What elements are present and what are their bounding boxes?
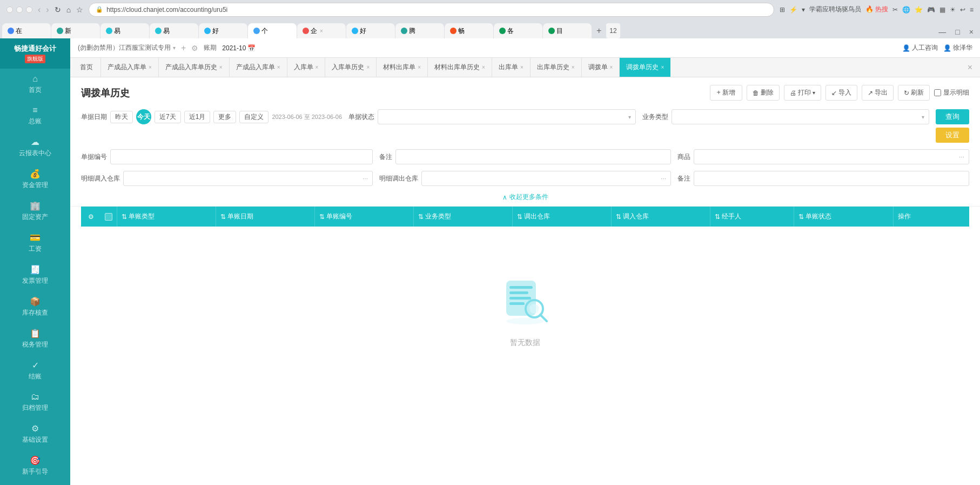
sidebar-item-inventory[interactable]: 📦 库存核查: [0, 291, 70, 323]
browser-tab-7[interactable]: 企 ×: [297, 23, 346, 38]
nav-forward[interactable]: ›: [46, 5, 49, 15]
remark-input[interactable]: [395, 149, 671, 164]
sidebar-item-ledger[interactable]: ≡ 总账: [0, 100, 70, 131]
maximize-btn[interactable]: □: [951, 25, 964, 38]
date-more-btn[interactable]: 更多: [213, 111, 236, 123]
sidebar-item-assets[interactable]: 🏢 固定资产: [0, 195, 70, 227]
browser-tab-1[interactable]: 在: [2, 23, 51, 38]
tab-close-product-in-hist[interactable]: ×: [219, 64, 223, 70]
new-btn[interactable]: + 新增: [710, 85, 742, 101]
tab-out-order[interactable]: 出库单 ×: [492, 58, 531, 77]
tab-in-order[interactable]: 入库单 ×: [287, 58, 326, 77]
date-1month-btn[interactable]: 近1月: [184, 111, 211, 123]
browser-tab-5[interactable]: 好: [199, 23, 247, 38]
bookmark-btn[interactable]: ☆: [76, 5, 83, 14]
col-date: ⇅ 单账日期: [220, 212, 310, 221]
tab-panel-close[interactable]: ×: [962, 63, 978, 72]
export-btn[interactable]: ↗ 导出: [862, 85, 894, 101]
tab-close-in-order[interactable]: ×: [316, 64, 319, 70]
import-btn[interactable]: ↙ 导入: [825, 85, 857, 101]
data-table: ⚙ ⇅ 单账类型: [81, 207, 969, 227]
svg-rect-4: [509, 297, 531, 300]
period-value[interactable]: 2021-10 📅: [222, 44, 256, 52]
sidebar-item-invoice[interactable]: 🧾 发票管理: [0, 259, 70, 291]
query-btn[interactable]: 查询: [936, 109, 969, 124]
minimize-btn[interactable]: —: [934, 25, 950, 38]
settings-icon[interactable]: ⚙: [191, 44, 198, 52]
tab-product-in2[interactable]: 产成品入库单 ×: [230, 58, 287, 77]
reports-icon: ☁: [31, 137, 39, 147]
sidebar-item-tax[interactable]: 📋 税务管理: [0, 323, 70, 355]
close-btn[interactable]: ×: [965, 25, 978, 38]
sidebar-item-settle[interactable]: ✓ 结账: [0, 355, 70, 387]
status-select[interactable]: ▾: [378, 109, 635, 124]
select-all-checkbox[interactable]: [105, 213, 112, 221]
sidebar-item-home[interactable]: ⌂ 首页: [0, 69, 70, 100]
collapse-btn[interactable]: ∧ 收起更多条件: [502, 192, 548, 202]
date-today-btn[interactable]: 今天: [136, 109, 151, 124]
browser-tab-10[interactable]: 畅: [445, 23, 493, 38]
extensions-area: ⊞⚡▾ 学霸应聘场驱鸟员 🔥 热搜 ✂🌐⭐🎮▦☀↩≡: [780, 5, 974, 14]
tab-close-out-hist[interactable]: ×: [572, 64, 575, 70]
tab-home[interactable]: 首页: [72, 58, 101, 77]
doc-no-input[interactable]: [110, 149, 373, 164]
tab-product-in[interactable]: 产成品入库单 ×: [101, 58, 159, 77]
sidebar-item-capital[interactable]: 💰 资金管理: [0, 163, 70, 195]
tab-close-transfer-hist[interactable]: ×: [661, 64, 664, 70]
sidebar-item-reports[interactable]: ☁ 云报表中心: [0, 131, 70, 163]
show-cols-check[interactable]: 显示明细: [934, 88, 969, 97]
browser-tab-2[interactable]: 新: [51, 23, 100, 38]
tab-mat-out-hist[interactable]: 材料出库单历史 ×: [428, 58, 492, 77]
sidebar-item-archive[interactable]: 🗂 归档管理: [0, 387, 70, 418]
browser-tab-3[interactable]: 易: [100, 23, 149, 38]
remark2-input[interactable]: [694, 171, 969, 186]
tab-close-out-order[interactable]: ×: [520, 64, 523, 70]
tab-close-product-in2[interactable]: ×: [277, 64, 280, 70]
tab-close-transfer[interactable]: ×: [610, 64, 613, 70]
detail-out-input[interactable]: ···: [421, 171, 671, 186]
detail-in-input[interactable]: ···: [123, 171, 373, 186]
tab-transfer[interactable]: 调拨单 ×: [582, 58, 620, 77]
new-tab-btn[interactable]: +: [592, 23, 606, 38]
tab-product-in-hist[interactable]: 产成品入库单历史 ×: [159, 58, 230, 77]
date-7days-btn[interactable]: 近7天: [155, 111, 181, 123]
browser-tab-9[interactable]: 腾: [395, 23, 444, 38]
tab-close-mat-out-hist[interactable]: ×: [482, 64, 485, 70]
browser-tab-11[interactable]: 各: [494, 23, 542, 38]
tab-out-hist[interactable]: 出库单历史 ×: [531, 58, 582, 77]
tab-transfer-hist[interactable]: 调拨单历史 ×: [620, 58, 670, 77]
company-selector[interactable]: (勿删勿禁用）江西服宝测试专用 ▾: [78, 43, 176, 52]
refresh-data-btn[interactable]: ↻ 刷新: [898, 85, 930, 101]
date-yesterday-btn[interactable]: 昨天: [110, 111, 133, 123]
browser-tab-4[interactable]: 易: [150, 23, 198, 38]
sidebar-item-payroll[interactable]: 💳 工资: [0, 227, 70, 259]
nav-back[interactable]: ‹: [38, 5, 41, 15]
tab-mat-out[interactable]: 材料出库单 ×: [377, 58, 428, 77]
date-custom-btn[interactable]: 自定义: [239, 111, 269, 123]
refresh-btn[interactable]: ↻: [55, 5, 61, 14]
browser-tab-8[interactable]: 好: [346, 23, 395, 38]
home-btn[interactable]: ⌂: [66, 5, 71, 14]
goods-input[interactable]: ···: [694, 149, 969, 164]
browser-tab-6[interactable]: 个: [248, 23, 297, 38]
sidebar-item-member[interactable]: V 畅会员: [0, 482, 70, 485]
support-btn[interactable]: 👤 人工咨询: [902, 43, 938, 52]
biz-type-select[interactable]: ▾: [672, 109, 929, 124]
show-cols-checkbox[interactable]: [934, 89, 941, 96]
tab-in-hist[interactable]: 入库单历史 ×: [325, 58, 377, 77]
delete-btn[interactable]: 🗑 删除: [747, 85, 780, 101]
address-bar[interactable]: 🔒 https://cloud.chanjet.com/accounting/u…: [89, 3, 774, 17]
browser-tab-12[interactable]: 目: [543, 23, 592, 38]
sidebar-item-guide[interactable]: 🎯 新手引导: [0, 450, 70, 482]
print-btn[interactable]: 🖨 打印 ▾: [784, 85, 821, 101]
sidebar-item-basic[interactable]: ⚙ 基础设置: [0, 418, 70, 450]
tab-close-in-hist[interactable]: ×: [366, 64, 370, 70]
tab-close-product-in[interactable]: ×: [149, 64, 152, 70]
column-settings-icon[interactable]: ⚙: [88, 213, 94, 221]
tab-close-mat-out[interactable]: ×: [418, 64, 421, 70]
import-icon: ↙: [831, 89, 837, 97]
filter-settings-btn[interactable]: 设置: [936, 128, 969, 143]
user-avatar[interactable]: 👤 徐泽华: [943, 43, 972, 52]
period-label: 账期: [204, 43, 217, 52]
add-company-btn[interactable]: +: [181, 43, 186, 53]
